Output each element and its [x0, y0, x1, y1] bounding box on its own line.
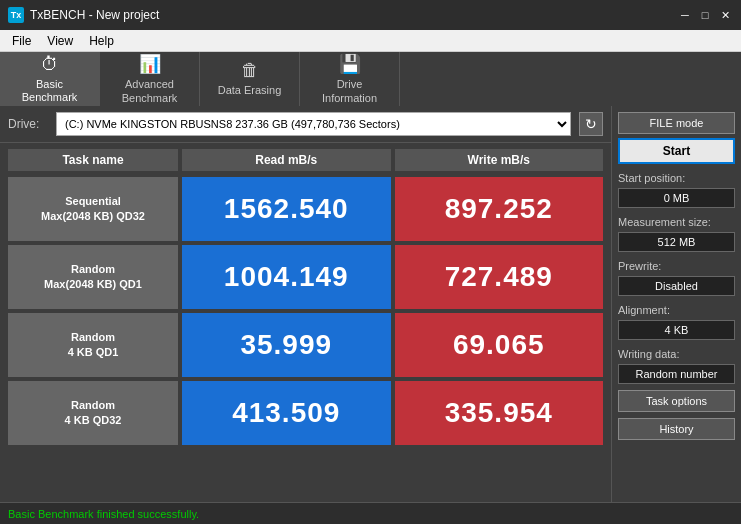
- basic-benchmark-icon: ⏱: [41, 54, 59, 75]
- right-panel: FILE mode Start Start position: 0 MB Mea…: [611, 106, 741, 502]
- history-button[interactable]: History: [618, 418, 735, 440]
- read-value-2: 35.999: [182, 313, 391, 377]
- title-bar: Tx TxBENCH - New project ─ □ ✕: [0, 0, 741, 30]
- write-value-3: 335.954: [395, 381, 604, 445]
- data-erasing-icon: 🗑: [241, 60, 259, 81]
- writing-data-value: Random number: [618, 364, 735, 384]
- prewrite-label: Prewrite:: [618, 260, 735, 272]
- benchmark-table: Task name Read mB/s Write mB/s Sequentia…: [0, 143, 611, 502]
- drive-label: Drive:: [8, 117, 48, 131]
- left-panel: Drive: (C:) NVMe KINGSTON RBUSNS8 237.36…: [0, 106, 611, 502]
- tab-basic[interactable]: ⏱ BasicBenchmark: [0, 52, 100, 106]
- menu-file[interactable]: File: [4, 32, 39, 50]
- menu-bar: File View Help: [0, 30, 741, 52]
- start-position-label: Start position:: [618, 172, 735, 184]
- advanced-benchmark-icon: 📊: [139, 53, 161, 75]
- col-header-task: Task name: [8, 149, 178, 171]
- window-title: TxBENCH - New project: [30, 8, 159, 22]
- table-row: SequentialMax(2048 KB) QD32 1562.540 897…: [8, 177, 603, 241]
- measurement-size-value: 512 MB: [618, 232, 735, 252]
- tab-basic-label: BasicBenchmark: [22, 78, 78, 104]
- drive-selector[interactable]: (C:) NVMe KINGSTON RBUSNS8 237.36 GB (49…: [56, 112, 571, 136]
- task-name-3: Random4 KB QD32: [8, 381, 178, 445]
- read-value-3: 413.509: [182, 381, 391, 445]
- status-message: Basic Benchmark finished successfully.: [8, 508, 199, 520]
- col-header-read: Read mB/s: [182, 149, 391, 171]
- title-bar-left: Tx TxBENCH - New project: [8, 7, 159, 23]
- start-position-value: 0 MB: [618, 188, 735, 208]
- table-row: Random4 KB QD1 35.999 69.065: [8, 313, 603, 377]
- task-name-0: SequentialMax(2048 KB) QD32: [8, 177, 178, 241]
- tab-erase-label: Data Erasing: [218, 84, 282, 97]
- task-options-button[interactable]: Task options: [618, 390, 735, 412]
- alignment-value: 4 KB: [618, 320, 735, 340]
- title-bar-controls: ─ □ ✕: [677, 7, 733, 23]
- write-value-1: 727.489: [395, 245, 604, 309]
- writing-data-label: Writing data:: [618, 348, 735, 360]
- tab-drive[interactable]: 💾 DriveInformation: [300, 52, 400, 106]
- drive-row: Drive: (C:) NVMe KINGSTON RBUSNS8 237.36…: [0, 106, 611, 143]
- alignment-label: Alignment:: [618, 304, 735, 316]
- tab-advanced[interactable]: 📊 AdvancedBenchmark: [100, 52, 200, 106]
- tab-drive-label: DriveInformation: [322, 78, 377, 104]
- tab-erase[interactable]: 🗑 Data Erasing: [200, 52, 300, 106]
- prewrite-value: Disabled: [618, 276, 735, 296]
- table-row: RandomMax(2048 KB) QD1 1004.149 727.489: [8, 245, 603, 309]
- maximize-button[interactable]: □: [697, 7, 713, 23]
- measurement-size-label: Measurement size:: [618, 216, 735, 228]
- close-button[interactable]: ✕: [717, 7, 733, 23]
- start-button[interactable]: Start: [618, 138, 735, 164]
- minimize-button[interactable]: ─: [677, 7, 693, 23]
- write-value-0: 897.252: [395, 177, 604, 241]
- table-header: Task name Read mB/s Write mB/s: [8, 149, 603, 171]
- tab-advanced-label: AdvancedBenchmark: [122, 78, 178, 104]
- menu-help[interactable]: Help: [81, 32, 122, 50]
- read-value-1: 1004.149: [182, 245, 391, 309]
- status-bar: Basic Benchmark finished successfully.: [0, 502, 741, 524]
- tab-bar: ⏱ BasicBenchmark 📊 AdvancedBenchmark 🗑 D…: [0, 52, 741, 106]
- task-name-1: RandomMax(2048 KB) QD1: [8, 245, 178, 309]
- refresh-button[interactable]: ↻: [579, 112, 603, 136]
- drive-info-icon: 💾: [339, 53, 361, 75]
- main-area: Drive: (C:) NVMe KINGSTON RBUSNS8 237.36…: [0, 106, 741, 502]
- read-value-0: 1562.540: [182, 177, 391, 241]
- task-name-2: Random4 KB QD1: [8, 313, 178, 377]
- table-row: Random4 KB QD32 413.509 335.954: [8, 381, 603, 445]
- col-header-write: Write mB/s: [395, 149, 604, 171]
- app-icon: Tx: [8, 7, 24, 23]
- menu-view[interactable]: View: [39, 32, 81, 50]
- file-mode-button[interactable]: FILE mode: [618, 112, 735, 134]
- write-value-2: 69.065: [395, 313, 604, 377]
